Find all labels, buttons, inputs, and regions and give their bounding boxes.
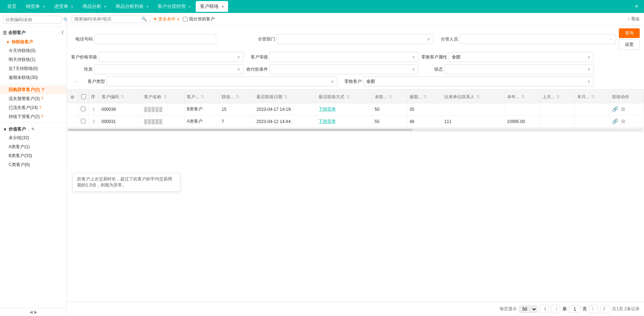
col-settings[interactable]: ⚙ — [67, 91, 78, 103]
sidebar-item-other[interactable]: 持续下滑客户(2) ? — [0, 112, 66, 121]
my-customers-checkbox[interactable] — [183, 17, 187, 22]
sidebar-item-value[interactable]: C类客户(6) — [0, 160, 66, 169]
sidebar-search-area: 🔍 — [0, 13, 66, 27]
nav-tab-close-进货单[interactable]: × — [71, 5, 73, 9]
col-check[interactable] — [78, 91, 88, 103]
col-overdue[interactable]: 逾期... ⇅ — [407, 91, 442, 103]
nav-tab-close-销货单[interactable]: × — [43, 5, 45, 9]
nav-tab-商品分析[interactable]: 商品分析× — [78, 1, 111, 12]
repeat-purchase-help-icon[interactable]: ? — [42, 87, 44, 92]
action-grid-icon[interactable]: ⊞ — [621, 106, 625, 112]
gender-arrow-icon: ∨ — [237, 67, 240, 72]
sidebar-item-pending[interactable]: 今天待联络(0) — [0, 46, 66, 55]
filter-customer-type-select[interactable]: ∨ — [106, 76, 337, 86]
table-cell — [540, 115, 575, 128]
nav-tab-销货单[interactable]: 销货单× — [22, 1, 49, 12]
filter-customer-type: 客户类型 ∨ — [83, 76, 337, 86]
col-contact-count[interactable]: 联络... ⇅ — [219, 91, 254, 103]
collapse-icon[interactable]: 《 — [59, 30, 64, 36]
window-close-button[interactable]: × — [632, 2, 641, 11]
action-link-icon[interactable]: 🔗 — [612, 118, 618, 124]
value-group-edit-icon[interactable]: ○ — [27, 127, 30, 132]
filter-customer-level-select[interactable]: ∨ — [269, 52, 419, 62]
sidebar-item-other[interactable]: 已流失客户(24) ? — [0, 103, 66, 112]
table-cell: 10995.00 — [505, 115, 540, 128]
main-search-input[interactable] — [74, 16, 140, 22]
filter-more-dots[interactable]: ··· — [74, 79, 78, 84]
table-cell[interactable]: 下销货单 — [316, 103, 372, 115]
page-input[interactable] — [569, 306, 580, 313]
col-last-contact-method[interactable]: 最后联络方式 ⇅ — [316, 91, 372, 103]
action-link-icon[interactable]: 🔗 — [612, 106, 618, 112]
prev-page-btn[interactable]: 〈 — [551, 305, 560, 313]
scroll-thumb[interactable] — [68, 129, 413, 131]
filter-price-level-select[interactable]: ∨ — [98, 52, 244, 62]
value-group[interactable]: ▼ 价值客户 ○ ✎ — [0, 124, 66, 133]
table-cell: B类客户 — [185, 103, 219, 115]
sidebar-scroll-left[interactable]: ◀ — [29, 310, 33, 315]
filter-buttons: 查询 设置 — [619, 28, 640, 50]
col-this-month[interactable]: 本月... ⇅ — [575, 91, 610, 103]
col-customer-name[interactable]: 客户名称 ⇅ — [142, 91, 185, 103]
filter-manager-select[interactable]: ··· — [459, 34, 616, 44]
row-checkbox[interactable] — [81, 107, 85, 111]
col-un-contact[interactable]: 未联... ⇅ — [372, 91, 407, 103]
my-customers-checkbox-wrap[interactable]: 我分管的客户 — [183, 16, 215, 22]
nav-tab-close-商品分析[interactable]: × — [104, 5, 106, 9]
nav-tab-进货单[interactable]: 进货单× — [50, 1, 78, 12]
col-last-month[interactable]: 上月... ⇅ — [540, 91, 575, 103]
filter-gender-select[interactable]: ∨ — [94, 64, 244, 74]
filter-row-4: ··· 客户类型 ∨ 零散客户 全部 ∨ — [71, 76, 640, 86]
nav-tab-首页[interactable]: 首页 — [3, 1, 21, 12]
export-button[interactable]: ↑ 导出 — [627, 16, 640, 22]
sidebar-item-value[interactable]: 未分组(32) — [0, 133, 66, 142]
col-unit-contact[interactable]: 往来单位联系人 ⇅ — [442, 91, 505, 103]
filter-phone-input[interactable] — [94, 34, 216, 44]
select-all-checkbox[interactable] — [81, 94, 86, 99]
row-checkbox[interactable] — [81, 119, 85, 123]
sidebar-search-input[interactable] — [3, 16, 62, 24]
pending-group[interactable]: ▼ 待联络客户 — [0, 37, 66, 46]
page-size-select[interactable]: 50 100 — [519, 305, 537, 313]
table-cell — [540, 103, 575, 115]
toolbar: 🔍 ▼ 更多条件 ∧ 我分管的客户 ↑ 导出 — [67, 13, 644, 25]
filter-retail-attr-select[interactable]: 全部 ∨ — [449, 52, 594, 62]
nav-tab-商品分析列表[interactable]: 商品分析列表× — [111, 1, 153, 12]
last-page-btn[interactable]: 》 — [601, 305, 610, 313]
sidebar-item-value[interactable]: A类客户(1) — [0, 142, 66, 151]
first-page-btn[interactable]: 《 — [539, 305, 549, 313]
nav-tab-close-客户分层经营[interactable]: × — [189, 5, 191, 9]
nav-tab-close-客户联络[interactable]: × — [222, 5, 224, 9]
sidebar-item-other[interactable]: 流失预警客户(3) ? — [0, 94, 66, 103]
more-conditions-btn[interactable]: ▼ 更多条件 ∧ — [153, 16, 180, 22]
filter-payment-select[interactable]: ∨ — [269, 64, 419, 74]
sidebar-item-value[interactable]: B类客户(33) — [0, 151, 66, 160]
sidebar-item-repeat-purchase[interactable]: 回购异常客户(2) ? — [0, 85, 66, 94]
filter-status-select[interactable]: ∨ — [444, 64, 594, 74]
sidebar-item-pending[interactable]: 近7天待联络(0) — [0, 64, 66, 73]
col-last-contact-date[interactable]: 最后联络日期 ⇅ — [254, 91, 316, 103]
sidebar-item-pending[interactable]: 逾期未联络(30) — [0, 73, 66, 82]
filter-retail-customer-select[interactable]: 全部 ∨ — [363, 76, 594, 86]
filter-dept: 分管部门 ∨ — [254, 34, 433, 44]
next-page-btn[interactable]: 〉 — [589, 305, 598, 313]
action-grid-icon[interactable]: ⊞ — [621, 118, 625, 124]
value-group-settings-icon[interactable]: ✎ — [31, 127, 34, 132]
table-cell — [67, 103, 78, 115]
sidebar-item-pending[interactable]: 明天待联络(1) — [0, 55, 66, 64]
filter-dept-select[interactable]: ∨ — [277, 34, 433, 44]
query-button[interactable]: 查询 — [619, 28, 640, 38]
sidebar-scroll-right[interactable]: ▶ — [34, 310, 37, 315]
settings-button[interactable]: 设置 — [619, 39, 640, 50]
col-customer-type[interactable]: 客户... ⇅ — [185, 91, 219, 103]
table-cell[interactable]: 下销货单 — [316, 115, 372, 128]
all-customers-title[interactable]: ☰ 全部客户 《 — [0, 27, 66, 37]
col-this-year[interactable]: 本年... ⇅ — [505, 91, 540, 103]
horizontal-scrollbar[interactable] — [67, 128, 644, 132]
filter-row-3: 性质 ∨ 收付款条件 ∨ 状态 — [71, 64, 640, 74]
nav-tab-close-商品分析列表[interactable]: × — [147, 5, 149, 9]
col-customer-code[interactable]: 客户编码 ⇅ — [99, 91, 142, 103]
nav-tab-客户联络[interactable]: 客户联络× — [196, 1, 228, 12]
main-search-icon[interactable]: 🔍 — [142, 16, 147, 22]
nav-tab-客户分层经营[interactable]: 客户分层经营× — [153, 1, 195, 12]
